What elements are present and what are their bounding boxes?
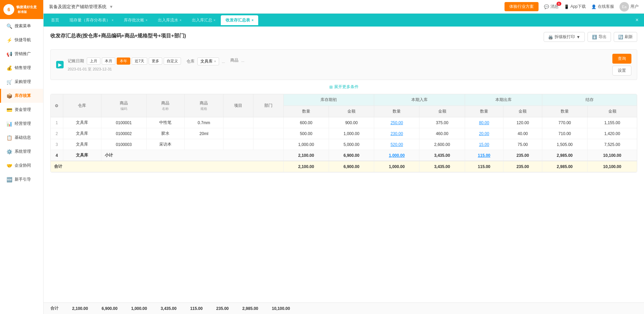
- app-download-button[interactable]: 📱 App下载: [564, 4, 586, 10]
- date-option-本年[interactable]: 本年: [117, 57, 130, 65]
- cell-out-qty[interactable]: 20.00: [465, 128, 503, 139]
- user-menu[interactable]: Ea 用户: [620, 2, 639, 12]
- cell-out-qty[interactable]: 15.00: [465, 139, 503, 150]
- cell-init-qty: 1,000.00: [283, 139, 329, 150]
- content-area: 收发存汇总表(按仓库+商品编码+商品+规格型号+项目+部门) 🖨️ 拆镶板打印 …: [44, 27, 644, 314]
- total-in-qty: 1,000.00: [374, 161, 419, 172]
- bottom-total-0: 2,100.00: [72, 306, 88, 311]
- cell-init-amount: 900.00: [329, 117, 374, 128]
- warehouse-more[interactable]: ...: [222, 60, 225, 64]
- refresh-button[interactable]: 🔄 刷新: [614, 32, 637, 42]
- tab-5[interactable]: 收发存汇总表×: [221, 15, 258, 25]
- export-button[interactable]: ⬇️ 导出: [588, 32, 611, 42]
- cell-init-qty: 600.00: [283, 117, 329, 128]
- date-option-更多[interactable]: 更多: [149, 57, 162, 65]
- online-service-button[interactable]: 👤 在线客服: [591, 4, 614, 10]
- finance-icon: 💳: [6, 107, 12, 113]
- sidebar-item-basic[interactable]: 📋基础信息: [0, 131, 43, 145]
- total-out-amount: 235.00: [503, 161, 542, 172]
- cell-balance-amount: 1,420.00: [588, 128, 637, 139]
- cell-warehouse: 文具库: [63, 128, 101, 139]
- table-container: ⚙ 仓库 商品编码 商品名称 商品规格 项目 部门 库存期初 本期入库 本期出库…: [50, 94, 637, 172]
- filter-bar: ▶ 记账日期 上月本月本年近7天更多自定义 2023-01-01 至 2023-…: [50, 49, 637, 80]
- sidebar-item-marketing[interactable]: 📢营销推广: [0, 47, 43, 61]
- cell-in-qty[interactable]: 520.00: [374, 139, 419, 150]
- app-logo: 6 畅捷通好生意 标准版: [0, 0, 43, 19]
- cell-dept: [253, 128, 284, 139]
- cell-num: 1: [51, 117, 63, 128]
- message-button[interactable]: 💬 消息 6: [544, 4, 559, 10]
- warehouse-tag[interactable]: 文具库 ×: [197, 57, 219, 65]
- bottom-total-1: 6,900.00: [102, 306, 118, 311]
- cell-in-amount: 375.00: [419, 117, 465, 128]
- cell-balance-qty: 1,505.00: [542, 139, 587, 150]
- sidebar-item-inventory[interactable]: 📦库存核算: [0, 89, 43, 103]
- sales-icon: 💰: [6, 65, 12, 71]
- total-init-qty: 2,100.00: [283, 161, 329, 172]
- filter-toggle-button[interactable]: ▶: [56, 61, 64, 68]
- table-settings-header[interactable]: ⚙: [51, 94, 63, 117]
- tab-3[interactable]: 出入库流水×: [153, 15, 186, 25]
- goods-more[interactable]: ...: [241, 59, 244, 63]
- tab-close-4[interactable]: ×: [214, 18, 216, 22]
- col-in-qty-header: 数量: [374, 106, 419, 117]
- tab-close-5[interactable]: ×: [251, 18, 253, 22]
- cell-in-qty[interactable]: 230.00: [374, 128, 419, 139]
- cell-code: 0100002: [101, 128, 146, 139]
- tab-4[interactable]: 出入库汇总×: [187, 15, 220, 25]
- tab-label-5: 收发存汇总表: [226, 17, 250, 23]
- settings-button[interactable]: 设置: [612, 66, 631, 76]
- bottom-total-3: 3,435.00: [161, 306, 177, 311]
- subtotal-in-qty[interactable]: 1,000.00: [374, 150, 419, 161]
- sidebar-item-enterprise[interactable]: 🤝企业协同: [0, 159, 43, 172]
- tab-2[interactable]: 库存批次账×: [119, 15, 152, 25]
- subtotal-out-qty[interactable]: 115.00: [465, 150, 503, 161]
- query-button[interactable]: 查询: [612, 54, 631, 64]
- tab-close-2[interactable]: ×: [146, 18, 148, 22]
- subtotal-balance-amount: 10,100.00: [588, 150, 637, 161]
- print-button[interactable]: 🖨️ 拆镶板打印 ▼: [544, 32, 585, 42]
- close-all-tabs-button[interactable]: ×: [633, 17, 641, 23]
- cell-out-amount: 75.00: [503, 139, 542, 150]
- sidebar-item-operation[interactable]: 📊经营管理: [0, 117, 43, 131]
- tab-close-1[interactable]: ×: [112, 18, 114, 22]
- cell-out-qty[interactable]: 80.00: [465, 117, 503, 128]
- inventory-icon: 📦: [6, 93, 12, 99]
- sidebar-item-guide[interactable]: 🆕新手引导: [0, 172, 43, 186]
- tab-0[interactable]: 首页: [46, 15, 64, 25]
- page-container: 收发存汇总表(按仓库+商品编码+商品+规格型号+项目+部门) 🖨️ 拆镶板打印 …: [44, 27, 644, 314]
- total-balance-qty: 2,985.00: [542, 161, 587, 172]
- cell-warehouse: 文具库: [63, 117, 101, 128]
- col-out-qty-header: 数量: [465, 106, 503, 117]
- tab-close-3[interactable]: ×: [180, 18, 182, 22]
- date-option-自定义[interactable]: 自定义: [164, 57, 181, 65]
- tab-label-4: 出入库汇总: [192, 17, 212, 23]
- bottom-total-values: 2,100.006,900.001,000.003,435.00115.0023…: [72, 306, 290, 311]
- system-dropdown-icon[interactable]: ▼: [109, 4, 113, 9]
- toolbar-right: 🖨️ 拆镶板打印 ▼ ⬇️ 导出 🔄 刷新: [544, 32, 637, 42]
- sidebar: 6 畅捷通好生意 标准版 🔍搜索菜单⚡快捷导航📢营销推广💰销售管理🛒采购管理📦库…: [0, 0, 44, 314]
- refresh-icon: 🔄: [618, 35, 623, 39]
- settings-gear-icon[interactable]: ⚙: [55, 103, 59, 108]
- date-option-近7天[interactable]: 近7天: [132, 57, 147, 65]
- experience-button[interactable]: 体验行业方案: [505, 2, 539, 11]
- date-option-本月[interactable]: 本月: [102, 57, 115, 65]
- sidebar-item-finance[interactable]: 💳资金管理: [0, 103, 43, 117]
- sidebar-item-search[interactable]: 🔍搜索菜单: [0, 19, 43, 33]
- col-balance-amount-header: 金额: [588, 106, 637, 117]
- cell-name: 胶水: [146, 128, 184, 139]
- system-name: 装备及固定资产辅助管理系统: [49, 4, 106, 10]
- sidebar-item-sales[interactable]: 💰销售管理: [0, 61, 43, 75]
- sidebar-item-quick-nav[interactable]: ⚡快捷导航: [0, 33, 43, 47]
- warehouse-tag-close[interactable]: ×: [214, 60, 216, 63]
- sidebar-item-purchase[interactable]: 🛒采购管理: [0, 75, 43, 89]
- subtotal-balance-qty: 2,985.00: [542, 150, 587, 161]
- goods-filter-section: 商品 ...: [230, 57, 244, 63]
- sidebar-item-system[interactable]: ⚙️系统管理: [0, 145, 43, 159]
- date-option-上月[interactable]: 上月: [87, 57, 100, 65]
- tab-1[interactable]: 现存量（库存分布表）×: [65, 15, 118, 25]
- total-out-qty: 115.00: [465, 161, 503, 172]
- cell-in-qty[interactable]: 250.00: [374, 117, 419, 128]
- expand-conditions-button[interactable]: ⊞ 展开更多条件: [329, 84, 359, 90]
- col-balance-qty-header: 数量: [542, 106, 587, 117]
